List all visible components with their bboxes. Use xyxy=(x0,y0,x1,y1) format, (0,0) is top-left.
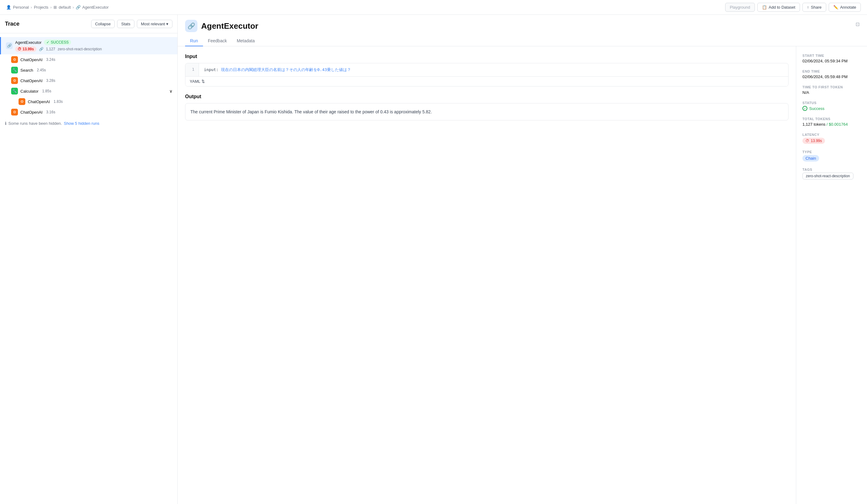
chatopenai-4-time: 3.16s xyxy=(46,110,55,114)
sort-button[interactable]: Most relevant ▾ xyxy=(137,20,172,28)
start-time-value: 02/06/2024, 05:59:34 PM xyxy=(802,59,861,63)
start-time-section: START TIME 02/06/2024, 05:59:34 PM xyxy=(802,54,861,63)
nav-actions: Playground 📋 Add to Dataset ↑ Share ✏️ A… xyxy=(725,3,861,12)
breadcrumb-projects[interactable]: Projects xyxy=(34,5,49,10)
breadcrumb-person-icon: 👤 xyxy=(6,5,11,10)
trace-item-chatopenai-3[interactable]: ⚙ ChatOpenAI 1.83s xyxy=(0,96,177,107)
breadcrumb-current: 🔗 AgentExecutor xyxy=(76,5,108,10)
trace-tree: 🔗 AgentExecutor ✓ SUCCESS ⏱ 13.99s xyxy=(0,33,177,504)
chatopenai-3-time: 1.83s xyxy=(54,99,63,104)
agent-title: AgentExecutor xyxy=(201,21,258,31)
hidden-runs-text: Some runs have been hidden. xyxy=(8,121,62,126)
tab-feedback[interactable]: Feedback xyxy=(203,36,232,46)
share-icon: ↑ xyxy=(807,5,809,10)
status-badge: ✓ Success xyxy=(802,106,861,111)
calculator-label: Calculator xyxy=(20,89,39,94)
agent-icon: 🔗 xyxy=(185,20,197,32)
breadcrumb-personal[interactable]: Personal xyxy=(13,5,29,10)
total-tokens-label: TOTAL TOKENS xyxy=(802,117,861,121)
right-header: 🔗 AgentExecutor ⊡ Run Feedback Metadata xyxy=(178,15,867,46)
playground-button[interactable]: Playground xyxy=(725,3,755,12)
tabs: Run Feedback Metadata xyxy=(185,36,859,46)
success-badge: ✓ SUCCESS xyxy=(44,40,71,45)
token-cost-value: / $0.001764 xyxy=(826,122,848,127)
yaml-selector[interactable]: YAML ⇅ xyxy=(185,76,788,86)
trace-item-search[interactable]: 🔧 Search 2.45s xyxy=(0,65,177,75)
tab-metadata[interactable]: Metadata xyxy=(232,36,259,46)
breadcrumb-sep3: › xyxy=(73,5,74,10)
right-header-expand: ⊡ xyxy=(856,21,859,31)
right-main: Input 1 input: 現在の日本の内閣総理大臣の名前は？その人の年齢を0… xyxy=(178,46,796,504)
latency-label: LATENCY xyxy=(802,133,861,136)
trace-header: Trace Collapse Stats Most relevant ▾ xyxy=(0,15,177,33)
expand-panel-icon[interactable]: ⊡ xyxy=(856,21,859,27)
trace-item-chatopenai-4[interactable]: ⚙ ChatOpenAI 3.16s xyxy=(0,107,177,117)
type-section: TYPE Chain xyxy=(802,150,861,162)
metadata-sidebar: START TIME 02/06/2024, 05:59:34 PM END T… xyxy=(796,46,867,504)
chatopenai-1-label: ChatOpenAI xyxy=(20,57,43,62)
status-label: STATUS xyxy=(802,101,861,105)
input-key: input: xyxy=(204,67,221,72)
left-panel: Trace Collapse Stats Most relevant ▾ 🔗 A… xyxy=(0,15,178,504)
add-to-dataset-button[interactable]: 📋 Add to Dataset xyxy=(757,3,800,12)
input-code-block: 1 input: 現在の日本の内閣総理大臣の名前は？その人の年齢を0.43乗した… xyxy=(185,63,789,87)
agent-executor-icon: 🔗 xyxy=(6,42,13,49)
trace-root-item[interactable]: 🔗 AgentExecutor ✓ SUCCESS ⏱ 13.99s xyxy=(0,37,177,54)
breadcrumb: 👤 Personal › Projects › ⊞ default › 🔗 Ag… xyxy=(6,5,109,10)
calculator-icon: 🔧 xyxy=(11,88,18,95)
trace-actions: Collapse Stats Most relevant ▾ xyxy=(91,20,172,28)
latency-section: LATENCY ⏱ 13.99s xyxy=(802,133,861,144)
tags-section: TAGS zero-shot-react-description xyxy=(802,168,861,179)
time-to-first-token-value: N/A xyxy=(802,90,861,95)
right-panel: 🔗 AgentExecutor ⊡ Run Feedback Metadata … xyxy=(178,15,867,504)
share-button[interactable]: ↑ Share xyxy=(802,3,826,12)
trace-item-chatopenai-1[interactable]: ⚙ ChatOpenAI 3.24s xyxy=(0,54,177,65)
root-item-name: AgentExecutor xyxy=(15,40,41,45)
link-icon: 🔗 xyxy=(39,47,44,51)
search-time: 2.45s xyxy=(37,68,46,72)
total-tokens-section: TOTAL TOKENS 1,127 tokens / $0.001764 xyxy=(802,117,861,127)
input-section-title: Input xyxy=(185,54,789,59)
latency-badge-root: ⏱ 13.99s xyxy=(15,46,36,52)
status-value: Success xyxy=(809,106,824,111)
check-icon: ✓ xyxy=(46,40,50,44)
stats-button[interactable]: Stats xyxy=(117,20,135,28)
chatopenai-4-label: ChatOpenAI xyxy=(20,110,43,114)
trace-item-chatopenai-2[interactable]: ⚙ ChatOpenAI 3.28s xyxy=(0,75,177,86)
breadcrumb-default[interactable]: default xyxy=(59,5,71,10)
output-section-title: Output xyxy=(185,94,789,99)
end-time-section: END TIME 02/06/2024, 05:59:48 PM xyxy=(802,69,861,79)
calculator-time: 1.85s xyxy=(42,89,51,93)
breadcrumb-sep2: › xyxy=(50,5,52,10)
dataset-icon: 📋 xyxy=(762,5,767,10)
collapse-button[interactable]: Collapse xyxy=(91,20,115,28)
status-section: STATUS ✓ Success xyxy=(802,101,861,111)
input-value: 現在の日本の内閣総理大臣の名前は？その人の年齢を0.43乗した値は？ xyxy=(221,67,351,72)
clock-icon-root: ⏱ xyxy=(18,47,21,51)
trace-title: Trace xyxy=(5,21,20,27)
root-item-meta: ⏱ 13.99s 🔗 1,127 zero-shot-react-descrip… xyxy=(15,46,172,52)
root-tag: zero-shot-react-description xyxy=(58,47,102,51)
yaml-label: YAML xyxy=(190,79,200,84)
total-tokens-value: 1,127 tokens / $0.001764 xyxy=(802,122,861,127)
chatopenai-4-icon: ⚙ xyxy=(11,109,18,116)
chatopenai-2-time: 3.28s xyxy=(46,78,55,83)
chatopenai-2-label: ChatOpenAI xyxy=(20,78,43,83)
tags-label: TAGS xyxy=(802,168,861,172)
latency-clock-icon: ⏱ xyxy=(805,139,809,143)
breadcrumb-grid-icon: ⊞ xyxy=(53,5,57,10)
search-tool-icon: 🔧 xyxy=(11,67,18,74)
yaml-chevron-icon: ⇅ xyxy=(202,79,205,84)
main-layout: Trace Collapse Stats Most relevant ▾ 🔗 A… xyxy=(0,15,867,504)
breadcrumb-sep1: › xyxy=(31,5,32,10)
expand-icon[interactable]: ∨ xyxy=(169,89,172,94)
trace-item-calculator[interactable]: 🔧 Calculator 1.85s ∨ xyxy=(0,86,177,96)
tab-run[interactable]: Run xyxy=(185,36,203,46)
show-hidden-runs-link[interactable]: Show 5 hidden runs xyxy=(64,121,99,126)
chatopenai-1-icon: ⚙ xyxy=(11,56,18,63)
right-content: Input 1 input: 現在の日本の内閣総理大臣の名前は？その人の年齢を0… xyxy=(178,46,867,504)
status-check-icon: ✓ xyxy=(802,106,807,111)
token-count: 1,127 xyxy=(46,47,55,51)
annotate-button[interactable]: ✏️ Annotate xyxy=(829,3,861,12)
end-time-label: END TIME xyxy=(802,69,861,73)
